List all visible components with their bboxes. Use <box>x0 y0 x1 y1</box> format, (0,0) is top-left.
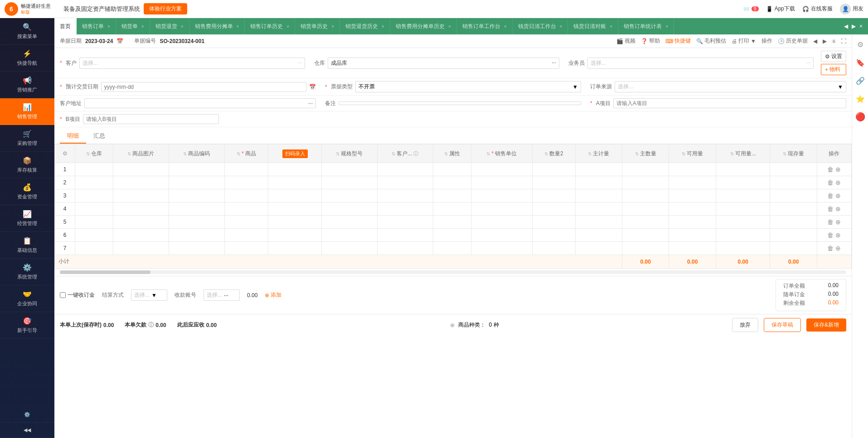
scrollbar-thumb[interactable] <box>60 270 150 274</box>
sidebar-item-basic[interactable]: 📋 基础信息 <box>0 232 54 259</box>
th-unit[interactable]: ⇅*销售单位 <box>471 144 532 163</box>
gear-icon[interactable]: ⚙ <box>58 147 71 160</box>
tab-cash-daily[interactable]: 钱货日清工作台 × <box>513 18 568 34</box>
row-qty2[interactable] <box>532 163 575 176</box>
tab-home[interactable]: 首页 <box>54 18 77 34</box>
b-project-input[interactable] <box>83 114 219 124</box>
row-delete-btn[interactable]: 🗑 <box>827 245 834 252</box>
invoice-type-select[interactable]: 不开票 ▼ <box>355 81 581 92</box>
th-product[interactable]: ⇅*商品 <box>224 144 268 163</box>
row-copy-btn[interactable]: ⊕ <box>835 245 841 252</box>
help-btn[interactable]: ❓ 帮助 <box>641 37 660 45</box>
tab-sales-bill[interactable]: 销货单 × <box>116 18 150 34</box>
one-click-checkbox[interactable]: 一键收订金 <box>60 291 95 299</box>
date-value[interactable]: 2023-03-24 <box>85 38 113 44</box>
staff-input[interactable]: 选择... ··· <box>587 58 814 69</box>
row-delete-btn[interactable]: 🗑 <box>827 231 834 239</box>
one-click-checkbox-input[interactable] <box>60 292 66 298</box>
row-delete-btn[interactable]: 🗑 <box>827 218 834 226</box>
tab-prev-btn[interactable]: ◀ <box>842 22 850 30</box>
online-service[interactable]: 🎧 在线客服 <box>802 5 833 13</box>
scan-btn[interactable]: 扫码录入 <box>282 149 308 158</box>
calendar-icon[interactable]: 📅 <box>116 38 123 44</box>
warehouse-input[interactable]: 成品库 ··· <box>328 58 559 69</box>
tab-close-all-btn[interactable]: × <box>858 22 864 30</box>
th-main-qty[interactable]: ⇅主数量 <box>622 144 669 163</box>
add-link[interactable]: ⊕ 添加 <box>265 291 281 299</box>
save-draft-btn[interactable]: 保存草稿 <box>764 318 801 332</box>
order-source-select[interactable]: 选择... ▼ <box>615 81 846 92</box>
row-delete-btn[interactable]: 🗑 <box>827 205 834 212</box>
tab-sales-return-history[interactable]: 销货退货历史 × <box>340 18 390 34</box>
toolbar-prev-btn[interactable]: ◀ <box>813 38 817 44</box>
sidebar-item-purchase[interactable]: 🛒 采购管理 <box>0 125 54 152</box>
row-copy-btn[interactable]: ⊕ <box>835 179 841 186</box>
tab-sales-order-history[interactable]: 销售订单历史 × <box>245 18 295 34</box>
tab-sales-bill-history[interactable]: 销货单历史 × <box>295 18 340 34</box>
profit-btn[interactable]: 🔍 毛利预估 <box>696 37 726 45</box>
tab-close-sales-bill[interactable]: × <box>141 24 144 29</box>
delivery-calendar-icon[interactable]: 📅 <box>309 84 316 90</box>
horizontal-scrollbar[interactable] <box>60 270 846 274</box>
tab-close-cash-reconcile[interactable]: × <box>610 24 612 29</box>
row-attr[interactable] <box>433 163 471 176</box>
sidebar-item-quicknav[interactable]: ⚡ 快捷导航 <box>0 45 54 72</box>
tab-close-sales-order-workbench[interactable]: × <box>504 24 507 29</box>
th-scan[interactable]: 扫码录入 <box>268 144 322 163</box>
th-customer-code[interactable]: ⇅客户... ⓘ <box>377 144 433 163</box>
sidebar-item-sales[interactable]: 📊 销售管理 <box>0 98 54 125</box>
a-project-input[interactable] <box>613 98 846 108</box>
right-panel-link[interactable]: 🔗 <box>854 74 867 87</box>
tab-detail[interactable]: 明细 <box>60 129 86 144</box>
row-delete-btn[interactable]: 🗑 <box>827 166 834 173</box>
delivery-date-input[interactable] <box>101 82 306 92</box>
sidebar-item-guide[interactable]: 🎯 新手引导 <box>0 312 54 339</box>
tab-close-sales-expense[interactable]: × <box>237 24 239 29</box>
row-image[interactable] <box>113 163 169 176</box>
row-spec[interactable] <box>321 163 377 176</box>
sidebar-item-operation[interactable]: 📈 经营管理 <box>0 205 54 232</box>
user-area[interactable]: 👤 用友 <box>840 4 863 14</box>
tab-summary[interactable]: 汇总 <box>86 129 112 144</box>
customer-addr-input[interactable]: ··· <box>84 98 316 108</box>
th-attr[interactable]: ⇅属性 <box>433 144 471 163</box>
th-gear[interactable]: ⚙ <box>55 144 75 163</box>
account-select[interactable]: 选择... ··· <box>204 289 240 301</box>
row-product[interactable] <box>224 163 268 176</box>
tab-sales-order-workbench[interactable]: 销售订单工作台 × <box>457 18 513 34</box>
sidebar-item-search[interactable]: 🔍 搜索菜单 <box>0 18 54 45</box>
toolbar-layout-btn[interactable]: ≡ <box>832 38 835 44</box>
row-customer-code[interactable] <box>377 163 433 176</box>
row-current-qty[interactable] <box>770 163 817 176</box>
row-delete-btn[interactable]: 🗑 <box>827 192 834 199</box>
sidebar-item-marketing[interactable]: 📢 营销推广 <box>0 72 54 98</box>
row-avail-qty[interactable] <box>669 163 716 176</box>
right-panel-alert[interactable]: 🔴 <box>854 111 867 123</box>
th-avail-qty[interactable]: ⇅可用量 <box>669 144 716 163</box>
tab-close-sales-return[interactable]: × <box>181 24 184 29</box>
row-main-qty[interactable] <box>622 163 669 176</box>
row-copy-btn[interactable]: ⊕ <box>835 231 841 239</box>
th-main-unit[interactable]: ⇅主计量 <box>575 144 622 163</box>
sidebar-item-cooperation[interactable]: 🤝 企业协同 <box>0 285 54 312</box>
tab-close-sales-return-history[interactable]: × <box>382 24 384 29</box>
remark-input[interactable] <box>339 101 581 105</box>
operate-btn[interactable]: 操作 <box>761 37 772 45</box>
right-panel-bookmark[interactable]: 🔖 <box>854 56 867 69</box>
customer-input[interactable]: 选择... ··· <box>79 58 305 69</box>
tab-sales-expense[interactable]: 销售费用分摊单 × <box>189 18 245 34</box>
message-item[interactable]: 📨 9 <box>743 6 759 12</box>
history-btn[interactable]: 🕒 历史单据 <box>778 37 808 45</box>
row-main-unit[interactable] <box>575 163 622 176</box>
sidebar-item-system[interactable]: ⚙️ 系统管理 <box>0 259 54 285</box>
row-unit[interactable] <box>471 163 532 176</box>
right-panel-star[interactable]: ⭐ <box>854 92 867 105</box>
row-avail-qty2[interactable] <box>716 163 770 176</box>
tab-sales-return[interactable]: 销货退货 × <box>150 18 189 34</box>
discard-btn[interactable]: 放弃 <box>732 318 758 332</box>
tab-sales-stat[interactable]: 销售订单统计表 × <box>618 18 674 34</box>
th-qty2[interactable]: ⇅数量2 <box>532 144 575 163</box>
sidebar-item-finance[interactable]: 💰 资金管理 <box>0 178 54 205</box>
tab-cash-reconcile[interactable]: 钱货日清对账 × <box>568 18 618 34</box>
row-code[interactable] <box>169 163 224 176</box>
